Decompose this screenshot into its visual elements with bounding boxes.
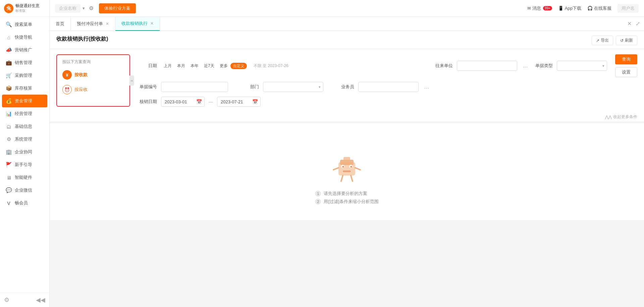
app-download-button[interactable]: 📱 App下载 bbox=[558, 5, 581, 11]
filter-row-2: 单据编号 部门 业务员 … bbox=[137, 82, 637, 92]
sidebar-item-guide[interactable]: 🚩 新手引导 bbox=[0, 158, 49, 171]
export-button[interactable]: ↗ 导出 bbox=[592, 36, 613, 45]
step-num-2: 2 bbox=[315, 199, 321, 205]
sidebar-label-weixin: 企业微信 bbox=[15, 187, 32, 193]
service-icon: 🎧 bbox=[587, 6, 593, 11]
empty-steps-list: 1 请先选择要分析的方案 2 用[过滤]条件来缩小分析范围 bbox=[315, 191, 378, 207]
app-edition: 标准版 bbox=[15, 8, 40, 13]
staff-input[interactable] bbox=[358, 82, 419, 92]
doc-type-select[interactable] bbox=[557, 61, 607, 71]
message-button[interactable]: ✉ 消息 99+ bbox=[527, 5, 552, 11]
tab-verify-close-icon[interactable]: ✕ bbox=[150, 21, 154, 26]
filter-option-by-receivable[interactable]: ⏰ 按应收 bbox=[57, 82, 129, 97]
shortcut-this-month[interactable]: 本月 bbox=[174, 62, 188, 70]
inventory-icon: 📦 bbox=[5, 85, 12, 91]
svg-rect-1 bbox=[340, 160, 354, 165]
collapse-sidebar-icon[interactable]: ◀◀ bbox=[36, 296, 45, 304]
member-icon: V bbox=[5, 200, 12, 206]
sidebar-item-quicknav[interactable]: ⌂ 快捷导航 bbox=[0, 31, 49, 44]
sidebar-item-basicinfo[interactable]: 🗂 基础信息 bbox=[0, 120, 49, 133]
staff-more-icon[interactable]: … bbox=[424, 84, 430, 90]
collapse-panel-button[interactable]: ‹‹ bbox=[129, 75, 134, 86]
refresh-button[interactable]: ↺ 刷新 bbox=[616, 36, 637, 45]
sidebar-item-search[interactable]: 🔍 搜索菜单 bbox=[0, 18, 49, 31]
filter-option-by-receipt[interactable]: ¥ 按收款 bbox=[57, 67, 129, 82]
main-area: 企业名称 ▾ ⚙ 体验行业方案 ✉ 消息 99+ 📱 App下载 🎧 在线客服 … bbox=[50, 0, 644, 307]
filter-row-3: 核销日期 📅 — 📅 bbox=[137, 97, 637, 107]
weixin-icon: 💬 bbox=[5, 187, 12, 193]
verify-date-start[interactable] bbox=[161, 97, 205, 107]
marketing-icon: 📣 bbox=[5, 47, 12, 53]
sysadmin-icon: ⚙ bbox=[5, 136, 12, 142]
action-buttons: 查询 设置 bbox=[615, 54, 637, 77]
sidebar-item-operations[interactable]: 📊 经营管理 bbox=[0, 107, 49, 120]
guide-icon: 🚩 bbox=[5, 162, 12, 168]
settings-button[interactable]: 设置 bbox=[615, 67, 637, 77]
settings-icon[interactable]: ⚙ bbox=[4, 296, 9, 304]
tab-home[interactable]: 首页 bbox=[50, 17, 71, 31]
sidebar-label-search: 搜索菜单 bbox=[15, 21, 32, 28]
sidebar-item-collab[interactable]: 🏢 企业协同 bbox=[0, 146, 49, 158]
sidebar-item-weixin[interactable]: 💬 企业微信 bbox=[0, 184, 49, 197]
filter-option-receivable-label: 按应收 bbox=[74, 87, 88, 93]
export-icon: ↗ bbox=[596, 38, 599, 43]
brand-dropdown-icon[interactable]: ▾ bbox=[83, 6, 85, 11]
tab-verify[interactable]: 收款核销执行 ✕ bbox=[115, 17, 160, 31]
docno-label: 单据编号 bbox=[137, 84, 157, 90]
filter-option-receipt-label: 按收款 bbox=[74, 72, 88, 78]
docno-input[interactable] bbox=[161, 82, 228, 92]
sidebar-item-purchase[interactable]: 🛒 采购管理 bbox=[0, 69, 49, 82]
dept-label: 部门 bbox=[239, 84, 259, 90]
gear-icon[interactable]: ⚙ bbox=[89, 5, 94, 11]
counterpart-more-icon[interactable]: … bbox=[523, 63, 529, 69]
sidebar-item-sales[interactable]: 💼 销售管理 bbox=[0, 56, 49, 69]
hardware-icon: 🖥 bbox=[5, 175, 12, 181]
date-custom-tag[interactable]: 自定义 bbox=[230, 63, 247, 69]
sidebar-item-hardware[interactable]: 🖥 智能硬件 bbox=[0, 171, 49, 184]
refresh-icon: ↺ bbox=[620, 38, 624, 43]
page-header-actions: ↗ 导出 ↺ 刷新 bbox=[592, 36, 637, 49]
sales-icon: 💼 bbox=[5, 60, 12, 66]
receivable-icon: ⏰ bbox=[62, 85, 72, 94]
logo-text-block: 畅捷通好生意 标准版 bbox=[15, 3, 40, 13]
sidebar-label-purchase: 采购管理 bbox=[15, 72, 32, 79]
collapse-more-button[interactable]: ⋀⋀ 收起更多条件 bbox=[605, 114, 637, 120]
shortcut-last-month[interactable]: 上月 bbox=[161, 62, 174, 70]
shortcut-more[interactable]: 更多 bbox=[217, 62, 230, 70]
solution-button[interactable]: 体验行业方案 bbox=[99, 3, 136, 13]
filter-panel: 按以下方案查询 ¥ 按收款 ⏰ 按应收 ‹‹ bbox=[56, 54, 130, 107]
empty-illustration bbox=[330, 150, 364, 184]
sidebar-label-sysadmin: 系统管理 bbox=[15, 136, 32, 142]
sidebar-item-member[interactable]: V 畅会员 bbox=[0, 197, 49, 209]
sidebar-label-marketing: 营销推广 bbox=[15, 47, 32, 53]
sidebar-label-hardware: 智能硬件 bbox=[15, 174, 32, 181]
svg-line-9 bbox=[355, 168, 360, 170]
shortcut-this-year[interactable]: 本年 bbox=[188, 62, 201, 70]
expand-tab-icon[interactable]: ⤢ bbox=[636, 20, 640, 27]
verify-date-end[interactable] bbox=[217, 97, 261, 107]
message-label: 消息 bbox=[532, 5, 541, 11]
user-info[interactable]: 用户名 bbox=[618, 4, 639, 13]
sidebar-item-sysadmin[interactable]: ⚙ 系统管理 bbox=[0, 133, 49, 146]
brand-name: 企业名称 bbox=[55, 4, 80, 13]
header-right: ✉ 消息 99+ 📱 App下载 🎧 在线客服 用户名 bbox=[527, 4, 639, 13]
tab-prepay-close-icon[interactable]: ✕ bbox=[106, 21, 109, 26]
date-range-hint: 不限 至 2023-07-26 bbox=[254, 63, 288, 69]
counterpart-input[interactable] bbox=[457, 61, 517, 71]
date-range-section: 不限 至 2023-07-26 bbox=[251, 63, 429, 69]
sidebar-item-finance[interactable]: 💰 资金管理 bbox=[2, 95, 47, 107]
sidebar-footer: ⚙ ◀◀ bbox=[0, 293, 49, 307]
shortcut-7days[interactable]: 近7天 bbox=[201, 62, 217, 70]
query-button[interactable]: 查询 bbox=[615, 54, 637, 64]
sidebar-item-inventory[interactable]: 📦 库存核算 bbox=[0, 82, 49, 95]
dept-select[interactable] bbox=[263, 82, 323, 92]
sidebar-label-finance: 资金管理 bbox=[15, 98, 32, 104]
close-tab-icon[interactable]: ✕ bbox=[627, 20, 632, 27]
tab-verify-label: 收款核销执行 bbox=[121, 20, 148, 27]
counterpart-label: 往来单位 bbox=[433, 63, 453, 69]
service-button[interactable]: 🎧 在线客服 bbox=[587, 5, 611, 11]
sidebar-label-member: 畅会员 bbox=[15, 200, 28, 206]
sidebar-item-marketing[interactable]: 📣 营销推广 bbox=[0, 44, 49, 56]
tab-prepay[interactable]: 预付冲应付单 ✕ bbox=[71, 17, 115, 31]
svg-point-6 bbox=[351, 166, 352, 168]
